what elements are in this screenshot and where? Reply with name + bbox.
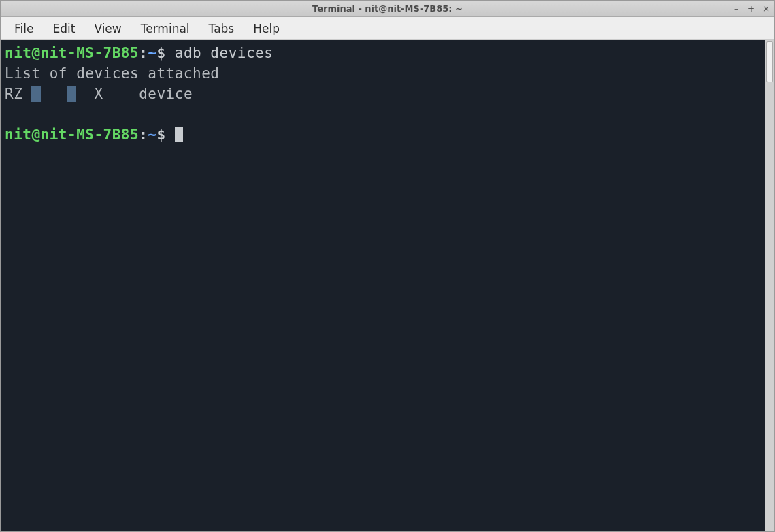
prompt-path: ~ bbox=[148, 127, 156, 143]
redacted-selection bbox=[67, 86, 76, 102]
menu-help[interactable]: Help bbox=[245, 19, 288, 38]
terminal-content[interactable]: nit@nit-MS-7B85:~$ adb devicesList of de… bbox=[1, 40, 765, 531]
menu-tabs[interactable]: Tabs bbox=[201, 19, 243, 38]
command-text: adb devices bbox=[166, 45, 274, 61]
terminal-blank-line bbox=[5, 104, 761, 124]
window-title: Terminal - nit@nit-MS-7B85: ~ bbox=[312, 3, 463, 14]
output-text: RZ bbox=[5, 86, 31, 102]
terminal-prompt-line: nit@nit-MS-7B85:~$ bbox=[5, 124, 761, 145]
prompt-colon: : bbox=[139, 45, 148, 61]
scrollbar-thumb[interactable] bbox=[766, 41, 773, 82]
prompt-dollar: $ bbox=[156, 127, 165, 143]
scrollbar[interactable] bbox=[765, 40, 774, 531]
terminal-line-3: RZ X device bbox=[5, 84, 761, 104]
menubar: File Edit View Terminal Tabs Help bbox=[1, 17, 774, 40]
spacer bbox=[166, 127, 175, 143]
terminal-line-1: nit@nit-MS-7B85:~$ adb devices bbox=[5, 43, 761, 63]
output-text: List of devices attached bbox=[5, 65, 219, 82]
menu-view[interactable]: View bbox=[86, 19, 129, 38]
output-text: X device bbox=[76, 86, 193, 102]
terminal-line-2: List of devices attached bbox=[5, 63, 761, 84]
maximize-button[interactable]: + bbox=[747, 5, 755, 13]
menu-terminal[interactable]: Terminal bbox=[133, 19, 198, 38]
menu-file[interactable]: File bbox=[6, 19, 42, 38]
prompt-colon: : bbox=[139, 127, 148, 143]
menu-edit[interactable]: Edit bbox=[44, 19, 83, 38]
terminal-window: Terminal - nit@nit-MS-7B85: ~ – + × File… bbox=[0, 0, 775, 532]
output-text bbox=[41, 86, 67, 102]
redacted-selection bbox=[31, 86, 40, 102]
window-controls: – + × bbox=[732, 1, 770, 16]
prompt-user: nit@nit-MS-7B85 bbox=[5, 127, 139, 143]
minimize-button[interactable]: – bbox=[732, 5, 740, 13]
prompt-dollar: $ bbox=[156, 45, 165, 61]
titlebar[interactable]: Terminal - nit@nit-MS-7B85: ~ – + × bbox=[1, 1, 774, 17]
cursor-icon bbox=[175, 127, 183, 142]
terminal-area: nit@nit-MS-7B85:~$ adb devicesList of de… bbox=[1, 40, 774, 531]
close-button[interactable]: × bbox=[762, 5, 770, 13]
prompt-path: ~ bbox=[148, 45, 156, 61]
prompt-user: nit@nit-MS-7B85 bbox=[5, 45, 139, 61]
